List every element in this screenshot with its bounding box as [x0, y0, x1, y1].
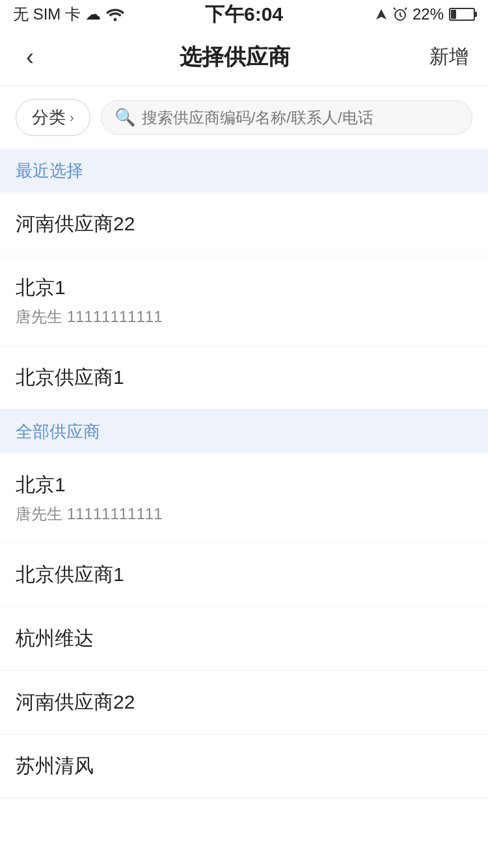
wifi-icon — [106, 7, 124, 21]
filter-bar: 分类 › 🔍 — [0, 86, 488, 149]
all-section-header: 全部供应商 — [0, 410, 488, 454]
battery-percent: 22% — [413, 5, 444, 23]
supplier-meta: 唐先生 11111111111 — [16, 504, 472, 524]
supplier-name: 杭州维达 — [16, 625, 472, 652]
status-left: 无 SIM 卡 ☁ — [13, 4, 124, 25]
page-title: 选择供应商 — [180, 42, 290, 72]
list-item[interactable]: 苏州清风 — [0, 735, 488, 798]
location-icon — [375, 8, 388, 21]
supplier-name: 北京1 — [16, 472, 472, 498]
svg-line-6 — [405, 8, 407, 10]
list-item[interactable]: 河南供应商22 — [0, 193, 488, 256]
alarm-icon — [393, 7, 407, 21]
svg-line-4 — [400, 16, 402, 17]
svg-line-5 — [394, 8, 396, 10]
status-bar: 无 SIM 卡 ☁ 下午6:04 22% — [0, 0, 488, 29]
recent-section-label: 最近选择 — [16, 161, 83, 180]
status-time: 下午6:04 — [205, 1, 283, 28]
sim-status: 无 SIM 卡 ☁ — [13, 4, 101, 25]
back-button[interactable]: ‹ — [20, 37, 40, 77]
search-icon: 🔍 — [115, 107, 135, 128]
list-item[interactable]: 北京1唐先生 11111111111 — [0, 256, 488, 346]
list-item[interactable]: 河南供应商22 — [0, 671, 488, 735]
recent-section-header: 最近选择 — [0, 149, 488, 193]
supplier-name: 河南供应商22 — [16, 689, 472, 716]
list-item[interactable]: 北京供应商1 — [0, 346, 488, 410]
supplier-name: 苏州清风 — [16, 753, 472, 780]
all-section-label: 全部供应商 — [16, 422, 100, 441]
list-item[interactable]: 杭州维达 — [0, 607, 488, 671]
chevron-right-icon: › — [70, 110, 74, 125]
list-item[interactable]: 北京供应商1 — [0, 543, 488, 607]
search-input[interactable] — [142, 109, 459, 127]
search-box[interactable]: 🔍 — [101, 100, 472, 135]
svg-marker-1 — [376, 9, 386, 20]
category-label: 分类 — [32, 106, 66, 129]
svg-point-0 — [113, 18, 116, 21]
recent-list: 河南供应商22北京1唐先生 11111111111北京供应商1 — [0, 193, 488, 410]
supplier-name: 北京1 — [16, 275, 472, 301]
list-item[interactable]: 北京1唐先生 11111111111 — [0, 454, 488, 543]
supplier-name: 北京供应商1 — [16, 562, 472, 588]
category-filter-button[interactable]: 分类 › — [16, 99, 90, 136]
battery-icon — [449, 8, 475, 21]
supplier-name: 北京供应商1 — [16, 364, 472, 391]
all-list: 北京1唐先生 11111111111北京供应商1杭州维达河南供应商22苏州清风 — [0, 454, 488, 798]
nav-bar: ‹ 选择供应商 新增 — [0, 29, 488, 86]
add-button[interactable]: 新增 — [429, 44, 468, 70]
supplier-name: 河南供应商22 — [16, 211, 472, 237]
status-right: 22% — [375, 5, 475, 23]
supplier-meta: 唐先生 11111111111 — [16, 306, 472, 327]
